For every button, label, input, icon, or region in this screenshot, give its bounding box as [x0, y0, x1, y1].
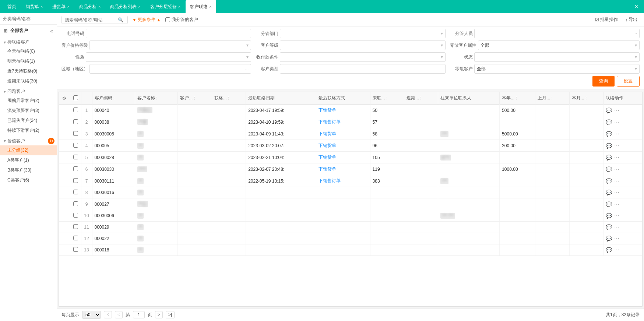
- payment-select[interactable]: ▾: [280, 52, 445, 62]
- last-page-button[interactable]: >|: [166, 311, 175, 318]
- more-conditions-button[interactable]: ▼ 更多条件 ▲: [132, 17, 161, 23]
- region-select[interactable]: ···: [89, 64, 251, 74]
- dept-select[interactable]: ▾: [280, 29, 445, 38]
- price-level-select[interactable]: ▾: [89, 40, 251, 50]
- sidebar-item-lost[interactable]: 已流失客户(24): [0, 116, 57, 126]
- contact-action-icon[interactable]: 💬: [606, 178, 612, 184]
- row-checkbox[interactable]: [73, 131, 78, 136]
- tab-purchase-order[interactable]: 进货单 ×: [48, 0, 74, 13]
- not-contacted-col-header[interactable]: 未联... :: [370, 92, 404, 105]
- type-col-header[interactable]: 客户... :: [178, 92, 212, 105]
- last-month-col-header[interactable]: 上月... :: [535, 92, 569, 105]
- all-customers-header[interactable]: ⊞ 全部客户 «: [0, 25, 57, 37]
- sidebar-item-class-b[interactable]: B类客户(33): [0, 165, 57, 175]
- close-purchase-icon[interactable]: ×: [67, 0, 69, 13]
- row-checkbox[interactable]: [73, 224, 78, 229]
- next-page-button[interactable]: >: [155, 311, 163, 318]
- row-checkbox[interactable]: [73, 166, 78, 171]
- contact-action-icon[interactable]: 💬: [606, 236, 612, 241]
- manager-select[interactable]: ···: [474, 29, 640, 38]
- last-contact-link[interactable]: 下销售订单: [319, 119, 341, 124]
- more-action-icon[interactable]: ⋯: [614, 190, 619, 195]
- this-month-col-header[interactable]: 本月... :: [569, 92, 603, 105]
- more-action-icon[interactable]: ⋯: [614, 166, 619, 172]
- collapse-sidebar-icon[interactable]: «: [50, 28, 53, 34]
- contact-action-icon[interactable]: 💬: [606, 190, 612, 195]
- contact-action-icon[interactable]: 💬: [606, 201, 612, 207]
- close-product-analysis-icon[interactable]: ×: [98, 0, 101, 13]
- row-checkbox[interactable]: [73, 178, 78, 183]
- customer-type-select[interactable]: [280, 64, 445, 74]
- row-checkbox-cell[interactable]: [70, 105, 81, 116]
- sidebar-item-abnormal[interactable]: 囤购异常客户(2): [0, 96, 57, 106]
- row-checkbox-cell[interactable]: [70, 233, 81, 244]
- row-checkbox-cell[interactable]: [70, 140, 81, 152]
- row-checkbox[interactable]: [73, 247, 78, 252]
- more-action-icon[interactable]: ⋯: [614, 201, 619, 207]
- contact-action-icon[interactable]: 💬: [606, 119, 612, 125]
- phone-input[interactable]: [88, 31, 249, 36]
- last-contact-link[interactable]: 下销货单: [319, 143, 336, 148]
- refresh-icon[interactable]: ↻: [48, 138, 54, 144]
- sidebar-item-7days[interactable]: 近7天待联络(0): [0, 66, 57, 76]
- batch-ops-button[interactable]: ☑ 批量操作: [593, 15, 620, 24]
- more-action-icon[interactable]: ⋯: [614, 178, 619, 184]
- last-contact-date-col-header[interactable]: 最后联络日期: [246, 92, 316, 105]
- more-action-icon[interactable]: ⋯: [614, 236, 619, 241]
- contact-action-icon[interactable]: 💬: [606, 131, 612, 137]
- last-contact-link[interactable]: 下销货单: [319, 131, 336, 136]
- close-segmentation-icon[interactable]: ×: [178, 0, 180, 13]
- contact-action-icon[interactable]: 💬: [606, 107, 612, 113]
- tab-product-analysis-list[interactable]: 商品分析列表 ×: [106, 0, 145, 13]
- retail-customer-select[interactable]: 全部 ▾: [474, 64, 640, 74]
- select-all-checkbox[interactable]: [73, 95, 78, 100]
- sidebar-item-tomorrow[interactable]: 明天待联络(1): [0, 56, 57, 66]
- last-contact-way-col-header[interactable]: 最后联络方式: [316, 92, 370, 105]
- status-select[interactable]: ▾: [474, 52, 640, 62]
- first-page-button[interactable]: K: [104, 311, 112, 318]
- sidebar-item-class-a[interactable]: A类客户(1): [0, 155, 57, 165]
- row-checkbox-cell[interactable]: [70, 152, 81, 163]
- row-checkbox-cell[interactable]: [70, 210, 81, 222]
- sidebar-item-ungrouped[interactable]: 未分组(32): [0, 145, 57, 155]
- close-sales-order-icon[interactable]: ×: [41, 0, 43, 13]
- sidebar-search-input[interactable]: [3, 16, 57, 21]
- row-checkbox[interactable]: [73, 190, 78, 194]
- settings-col-header[interactable]: ⚙: [59, 92, 70, 105]
- contact-action-icon[interactable]: 💬: [606, 166, 612, 172]
- contact-person-col-header[interactable]: 往来单位联系人: [438, 92, 500, 105]
- export-button[interactable]: ↑ 导出: [623, 15, 640, 24]
- sidebar-group-value-customers[interactable]: ▾ 价值客户 ↻: [0, 135, 57, 145]
- close-product-list-icon[interactable]: ×: [138, 0, 140, 13]
- phone-input-control[interactable]: [86, 29, 251, 38]
- more-action-icon[interactable]: ⋯: [614, 119, 619, 125]
- sidebar-item-today[interactable]: 今天待联络(0): [0, 46, 57, 56]
- main-search-box[interactable]: 🔍: [61, 16, 128, 24]
- row-checkbox[interactable]: [73, 107, 78, 112]
- row-checkbox[interactable]: [73, 143, 78, 148]
- row-checkbox[interactable]: [73, 213, 78, 218]
- close-all-button[interactable]: ×: [632, 3, 641, 10]
- row-checkbox-cell[interactable]: [70, 222, 81, 233]
- this-year-col-header[interactable]: 本年... :: [500, 92, 535, 105]
- main-search-icon[interactable]: 🔍: [118, 17, 123, 22]
- sidebar-group-pending-contact[interactable]: ▾ 待联络客户: [0, 37, 57, 46]
- prev-page-button[interactable]: <: [115, 311, 123, 318]
- row-checkbox[interactable]: [73, 155, 78, 159]
- sidebar-group-problem-customers[interactable]: ▾ 问题客户: [0, 86, 57, 96]
- more-action-icon[interactable]: ⋯: [614, 247, 619, 253]
- my-customers-check[interactable]: [165, 17, 170, 22]
- tab-product-analysis[interactable]: 商品分析 ×: [75, 0, 105, 13]
- more-action-icon[interactable]: ⋯: [614, 155, 619, 160]
- sidebar-item-overdue[interactable]: 逾期未联络(30): [0, 76, 57, 86]
- checkbox-col-header[interactable]: [70, 92, 81, 105]
- contact-action-icon[interactable]: 💬: [606, 247, 612, 253]
- retail-attr-select[interactable]: 全部 ▾: [478, 40, 640, 50]
- more-action-icon[interactable]: ⋯: [614, 143, 619, 149]
- contact-action-icon[interactable]: 💬: [606, 213, 612, 219]
- overdue-col-header[interactable]: 逾期... :: [404, 92, 438, 105]
- sidebar-item-churn-warning[interactable]: 流失预警客户(3): [0, 106, 57, 116]
- row-checkbox-cell[interactable]: [70, 198, 81, 210]
- row-checkbox[interactable]: [73, 119, 78, 124]
- contact-action-icon[interactable]: 💬: [606, 224, 612, 230]
